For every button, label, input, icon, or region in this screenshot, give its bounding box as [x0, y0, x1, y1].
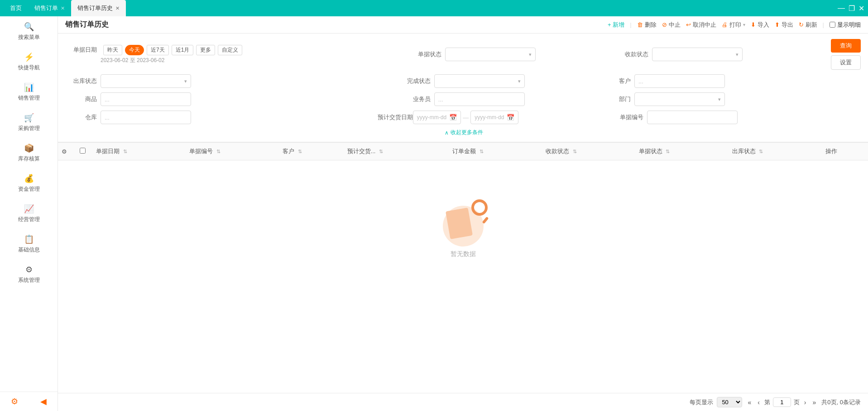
tab-sales-order-history-close[interactable]: ✕ [115, 5, 120, 11]
date-btn-more[interactable]: 更多 [196, 45, 215, 55]
col-payment-status-sort-icon[interactable]: ⇅ [573, 149, 577, 154]
order-no-input[interactable] [647, 111, 738, 124]
table-settings-col[interactable]: ⚙ [58, 143, 76, 160]
customer-dots: ... [638, 78, 643, 85]
sidebar-item-search-menu[interactable]: 🔍 搜索菜单 [0, 16, 58, 47]
settings-button[interactable]: 设置 [831, 55, 861, 70]
col-number[interactable]: 单据编号 ⇅ [186, 143, 279, 160]
page-first-button[interactable]: « [746, 398, 753, 407]
col-amount[interactable]: 订单金额 ⇅ [449, 143, 542, 160]
dept-select[interactable]: ▾ [634, 92, 725, 106]
tab-sales-order[interactable]: 销售订单 ✕ [28, 0, 71, 16]
collapse-row[interactable]: ∧ 收起更多条件 [65, 129, 861, 136]
sidebar-item-sales-mgmt[interactable]: 📊 销售管理 [0, 77, 58, 107]
base-info-icon: 📋 [24, 234, 34, 244]
col-date-sort-icon[interactable]: ⇅ [123, 149, 127, 154]
table-footer: 每页显示 20 50 100 « ‹ 第 页 › » 共0页, 0条记录 [58, 393, 868, 411]
col-number-sort-icon[interactable]: ⇅ [216, 149, 221, 154]
table-header-row: ⚙ 单据日期 ⇅ 单据编号 ⇅ [58, 143, 868, 160]
delete-button[interactable]: 🗑 删除 [637, 21, 657, 29]
page-next-button[interactable]: › [802, 398, 808, 407]
col-amount-sort-icon[interactable]: ⇅ [480, 149, 484, 154]
empty-illustration [436, 197, 490, 247]
customer-input[interactable]: ... [634, 74, 725, 88]
quick-nav-icon: ⚡ [24, 52, 34, 62]
warehouse-input[interactable]: ... [101, 111, 191, 124]
col-stock-status-sort-icon[interactable]: ⇅ [759, 149, 763, 154]
main-layout: 🔍 搜索菜单 ⚡ 快捷导航 📊 销售管理 🛒 采购管理 📦 库存核算 💰 资金管… [0, 16, 868, 411]
sidebar-item-sys-mgmt[interactable]: ⚙ 系统管理 [0, 259, 58, 290]
query-button[interactable]: 查询 [831, 39, 861, 53]
date-btn-custom[interactable]: 自定义 [218, 45, 242, 55]
tab-sales-order-label: 销售订单 [34, 4, 58, 12]
col-stock-status-label: 出库状态 [732, 148, 756, 155]
sidebar-item-base-info[interactable]: 📋 基础信息 [0, 229, 58, 259]
cancel-stop-button[interactable]: ↩ 取消中止 [686, 21, 716, 29]
show-detail-label: 显示明细 [837, 21, 861, 29]
window-restore-icon[interactable]: ❐ [849, 4, 855, 13]
stop-button[interactable]: ⊘ 中止 [662, 21, 681, 29]
date-btn-7days[interactable]: 近7天 [147, 45, 169, 55]
col-order-status-sort-icon[interactable]: ⇅ [666, 149, 670, 154]
tab-home[interactable]: 首页 [4, 0, 28, 16]
sidebar-item-fund-mgmt[interactable]: 💰 资金管理 [0, 168, 58, 198]
page-number-input[interactable] [773, 397, 791, 407]
show-detail-checkbox-label: 显示明细 [830, 21, 861, 29]
import-button[interactable]: ⬇ 导入 [751, 21, 769, 29]
product-input[interactable]: ... [101, 92, 191, 106]
page-size-select[interactable]: 20 50 100 [717, 397, 742, 407]
delivery-date-from-input[interactable]: yyyy-mm-dd 📅 [413, 111, 461, 124]
payment-status-select[interactable]: ▾ [652, 48, 743, 61]
tab-sales-order-close[interactable]: ✕ [61, 5, 65, 11]
select-all-checkbox[interactable] [80, 148, 86, 154]
date-btn-yesterday[interactable]: 昨天 [103, 45, 122, 55]
col-order-status[interactable]: 单据状态 ⇅ [635, 143, 729, 160]
filter-item-order-no: 单据编号 [612, 111, 799, 124]
col-date[interactable]: 单据日期 ⇅ [92, 143, 186, 160]
date-btn-today[interactable]: 今天 [125, 45, 144, 55]
sidebar-item-quick-nav[interactable]: ⚡ 快捷导航 [0, 47, 58, 77]
sidebar-item-quick-nav-label: 快捷导航 [18, 64, 40, 72]
col-customer-sort-icon[interactable]: ⇅ [298, 149, 302, 154]
tab-sales-order-history[interactable]: 销售订单历史 ✕ [71, 0, 126, 16]
sidebar-item-base-info-label: 基础信息 [18, 246, 40, 254]
page-last-button[interactable]: » [811, 398, 818, 407]
col-stock-status[interactable]: 出库状态 ⇅ [729, 143, 822, 160]
sidebar-bottom: ⚙ ◀ [0, 392, 58, 411]
order-status-select[interactable]: ▾ [445, 48, 536, 61]
window-close-icon[interactable]: ✕ [858, 4, 864, 13]
date-btn-1month[interactable]: 近1月 [172, 45, 194, 55]
stock-out-select[interactable]: ▾ [101, 74, 191, 88]
sidebar-settings-icon[interactable]: ⚙ [11, 396, 18, 406]
col-customer[interactable]: 客户 ⇅ [279, 143, 344, 160]
col-delivery-date[interactable]: 预计交货... ⇅ [344, 143, 449, 160]
delivery-date-to-input[interactable]: yyyy-mm-dd 📅 [470, 111, 518, 124]
sidebar-item-ops-mgmt[interactable]: 📈 经营管理 [0, 198, 58, 229]
complete-status-select[interactable]: ▾ [434, 74, 525, 88]
filter-item-complete-status: 完成状态 ▾ [399, 74, 599, 88]
print-dropdown-icon[interactable]: ▾ [743, 22, 745, 27]
delete-icon: 🗑 [637, 21, 643, 28]
table-settings-icon[interactable]: ⚙ [62, 148, 67, 155]
col-payment-status[interactable]: 收款状态 ⇅ [542, 143, 635, 160]
export-button[interactable]: ⬆ 导出 [775, 21, 793, 29]
sidebar-item-purchase-mgmt[interactable]: 🛒 采购管理 [0, 107, 58, 138]
new-button[interactable]: + 新增 [608, 21, 624, 29]
stop-label: 中止 [669, 21, 681, 29]
sidebar-item-inventory-calc[interactable]: 📦 库存核算 [0, 138, 58, 168]
print-button[interactable]: 🖨 打印 ▾ [722, 21, 745, 29]
window-minimize-icon[interactable]: — [838, 4, 845, 12]
salesperson-input[interactable]: ... [434, 92, 525, 106]
sidebar-collapse-icon[interactable]: ◀ [40, 396, 47, 406]
col-payment-status-label: 收款状态 [546, 148, 569, 155]
page-label-pre: 第 [764, 398, 770, 406]
refresh-button[interactable]: ↻ 刷新 [799, 21, 817, 29]
sidebar-item-inventory-calc-label: 库存核算 [18, 155, 40, 163]
col-delivery-date-sort-icon[interactable]: ⇅ [379, 149, 383, 154]
cancel-stop-label: 取消中止 [693, 21, 716, 29]
sidebar-item-sys-mgmt-label: 系统管理 [18, 276, 40, 284]
page-prev-button[interactable]: ‹ [756, 398, 762, 407]
calendar-to-icon: 📅 [507, 114, 514, 121]
sidebar: 🔍 搜索菜单 ⚡ 快捷导航 📊 销售管理 🛒 采购管理 📦 库存核算 💰 资金管… [0, 16, 58, 411]
show-detail-checkbox[interactable] [830, 22, 835, 28]
